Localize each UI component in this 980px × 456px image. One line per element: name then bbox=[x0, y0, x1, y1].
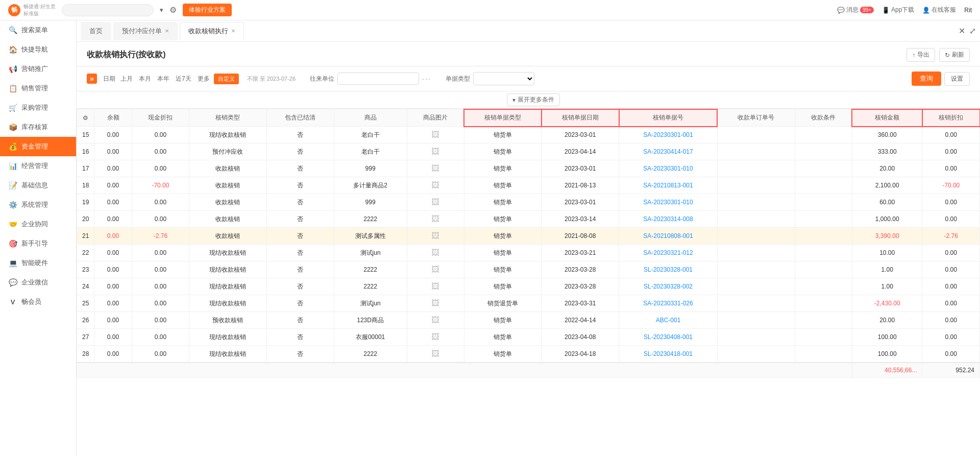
cell-doc-no[interactable]: SA-20230331-026 bbox=[619, 295, 718, 312]
sidebar-item-hardware[interactable]: 💻 智能硬件 bbox=[0, 253, 76, 273]
cell-doc-no-link[interactable]: SA-20230321-012 bbox=[643, 249, 693, 256]
tab-verify[interactable]: 收款核销执行 ✕ bbox=[180, 22, 244, 40]
sidebar-item-search[interactable]: 🔍 搜索菜单 bbox=[0, 20, 76, 40]
tab-verify-close[interactable]: ✕ bbox=[231, 28, 235, 34]
sidebar-item-inventory[interactable]: 📦 库存核算 bbox=[0, 117, 76, 137]
tab-home[interactable]: 首页 bbox=[81, 22, 111, 40]
cell-cash-discount: 0.00 bbox=[132, 261, 189, 278]
cell-doc-no[interactable]: SL-20230408-001 bbox=[619, 329, 718, 346]
app-download-link[interactable]: 📱 App下载 bbox=[882, 6, 914, 14]
purchase-icon: 🛒 bbox=[8, 103, 17, 112]
tab-prepay-close[interactable]: ✕ bbox=[165, 28, 169, 34]
sidebar-item-member[interactable]: V 畅会员 bbox=[0, 292, 76, 311]
expand-icon-button[interactable]: » bbox=[87, 74, 97, 84]
search-input[interactable] bbox=[62, 4, 154, 16]
cell-id: 24 bbox=[77, 278, 94, 295]
cell-doc-no-link[interactable]: SA-20230414-017 bbox=[643, 148, 693, 155]
sidebar-item-operations[interactable]: 📊 经营管理 bbox=[0, 156, 76, 176]
cell-included-settled: 否 bbox=[266, 329, 334, 346]
sidebar-item-quick-nav[interactable]: 🏠 快捷导航 bbox=[0, 40, 76, 59]
table-row: 260.000.00预收款核销否123D商品🖼销货单2022-04-14ABC-… bbox=[77, 312, 980, 329]
date-link-this-year[interactable]: 本年 bbox=[155, 74, 172, 84]
cell-doc-no-link[interactable]: SL-20230328-002 bbox=[644, 283, 693, 290]
cell-doc-no-link[interactable]: SL-20230418-001 bbox=[644, 350, 693, 357]
query-button[interactable]: 查询 bbox=[912, 71, 941, 86]
cell-doc-no[interactable]: SA-20230414-017 bbox=[619, 143, 718, 160]
cell-product: 2222 bbox=[334, 278, 407, 295]
sidebar-item-finance[interactable]: 💰 资金管理 bbox=[0, 137, 76, 156]
table-container[interactable]: ⚙ 余额 现金折扣 核销类型 包含已结清 商品 商品图片 核销单据类型 核销单据… bbox=[77, 109, 980, 456]
sidebar-label-search: 搜索菜单 bbox=[21, 26, 48, 35]
messages-icon[interactable]: 💬 消息 99+ bbox=[837, 6, 874, 14]
sidebar-item-base-info[interactable]: 📝 基础信息 bbox=[0, 176, 76, 195]
industry-solution-button[interactable]: 体验行业方案 bbox=[183, 4, 232, 16]
cell-doc-no[interactable]: SA-20230301-010 bbox=[619, 194, 718, 211]
sidebar-item-marketing[interactable]: 📢 营销推广 bbox=[0, 59, 76, 79]
cell-doc-no[interactable]: ABC-001 bbox=[619, 312, 718, 329]
date-link-7days[interactable]: 近7天 bbox=[174, 74, 193, 84]
cell-doc-no[interactable]: SA-20210813-001 bbox=[619, 177, 718, 194]
expand-more-button[interactable]: ▾ 展开更多条件 bbox=[507, 93, 560, 106]
col-included-settled: 包含已结清 bbox=[266, 109, 334, 127]
cell-doc-no-link[interactable]: SL-20230408-001 bbox=[644, 333, 693, 341]
brand-name: 畅捷通·好生意 标准版 bbox=[23, 3, 56, 17]
cell-product: 测试jun bbox=[334, 295, 407, 312]
cell-doc-no-link[interactable]: SL-20230328-001 bbox=[644, 266, 693, 273]
sidebar-item-sales[interactable]: 📋 销售管理 bbox=[0, 79, 76, 98]
table-body: 150.000.00现结收款核销否老白干🖼销货单2023-03-01SA-202… bbox=[77, 127, 980, 363]
tab-home-label: 首页 bbox=[89, 27, 103, 36]
cell-condition bbox=[795, 329, 852, 346]
table-row: 230.000.00现结收款核销否2222🖼销货单2023-03-28SL-20… bbox=[77, 261, 980, 278]
cell-doc-no-link[interactable]: SA-20230331-026 bbox=[643, 300, 693, 307]
cell-doc-no-link[interactable]: SA-20230301-010 bbox=[643, 165, 693, 172]
cell-doc-no[interactable]: SA-20230301-001 bbox=[619, 127, 718, 143]
cell-balance: 0.00 bbox=[94, 245, 132, 261]
cell-doc-no-link[interactable]: ABC-001 bbox=[656, 317, 681, 324]
date-link-last-month[interactable]: 上月 bbox=[118, 74, 135, 84]
cell-doc-no-link[interactable]: SA-20210813-001 bbox=[643, 182, 693, 189]
cell-balance: 0.00 bbox=[94, 143, 132, 160]
cell-doc-no[interactable]: SA-20230321-012 bbox=[619, 245, 718, 261]
dropdown-chevron-button[interactable]: ▾ bbox=[160, 6, 163, 14]
from-unit-input[interactable] bbox=[337, 73, 419, 85]
table-row: 160.000.00预付冲应收否老白干🖼销货单2023-04-14SA-2023… bbox=[77, 143, 980, 160]
cell-product: 衣服00001 bbox=[334, 329, 407, 346]
finance-icon: 💰 bbox=[8, 142, 17, 151]
col-settings[interactable]: ⚙ bbox=[77, 109, 94, 127]
data-table: ⚙ 余额 现金折扣 核销类型 包含已结清 商品 商品图片 核销单据类型 核销单据… bbox=[77, 109, 980, 378]
date-link-this-month[interactable]: 本月 bbox=[137, 74, 153, 84]
sidebar-label-purchase: 采购管理 bbox=[21, 103, 48, 112]
cell-doc-no[interactable]: SA-20230301-010 bbox=[619, 160, 718, 177]
sidebar: 🔍 搜索菜单 🏠 快捷导航 📢 营销推广 📋 销售管理 🛒 采购管理 📦 库存核… bbox=[0, 20, 77, 456]
sidebar-item-guide[interactable]: 🎯 新手引导 bbox=[0, 234, 76, 253]
sidebar-item-system[interactable]: ⚙️ 系统管理 bbox=[0, 195, 76, 214]
export-button[interactable]: ↑ 导出 bbox=[906, 48, 935, 62]
cell-doc-type: 销货单 bbox=[464, 312, 542, 329]
tab-restore-button[interactable]: ⤢ bbox=[969, 26, 976, 36]
settings-gear-button[interactable]: ⚙ bbox=[169, 5, 177, 15]
cell-doc-no-link[interactable]: SA-20230301-001 bbox=[643, 131, 693, 138]
refresh-button[interactable]: ↻ 刷新 bbox=[939, 48, 970, 62]
sidebar-item-purchase[interactable]: 🛒 采购管理 bbox=[0, 98, 76, 117]
cell-doc-no[interactable]: SL-20230328-001 bbox=[619, 261, 718, 278]
online-service-link[interactable]: 👤 在线客服 bbox=[922, 6, 956, 14]
tab-close-all-button[interactable]: ✕ bbox=[959, 26, 965, 36]
voucher-type-select[interactable] bbox=[473, 72, 534, 85]
custom-date-button[interactable]: 自定义 bbox=[214, 74, 239, 84]
cell-doc-no-link[interactable]: SA-20230301-010 bbox=[643, 199, 693, 206]
cell-doc-no-link[interactable]: SA-20230314-008 bbox=[643, 215, 693, 223]
cell-balance: 0.00 bbox=[94, 278, 132, 295]
cell-amount: 20.00 bbox=[852, 160, 922, 177]
tab-prepay[interactable]: 预付冲应付单 ✕ bbox=[113, 22, 178, 40]
sidebar-item-wechat[interactable]: 💬 企业微信 bbox=[0, 273, 76, 292]
date-range-display: 不限 至 2023-07-26 bbox=[247, 75, 296, 83]
sidebar-item-collab[interactable]: 🤝 企业协同 bbox=[0, 214, 76, 234]
cell-doc-no-link[interactable]: SA-20210808-001 bbox=[643, 232, 693, 239]
date-link-more[interactable]: 更多 bbox=[195, 74, 212, 84]
cell-doc-no[interactable]: SL-20230328-002 bbox=[619, 278, 718, 295]
cell-doc-no[interactable]: SA-20210808-001 bbox=[619, 228, 718, 245]
filter-setting-button[interactable]: 设置 bbox=[944, 72, 970, 86]
cell-doc-no[interactable]: SA-20230314-008 bbox=[619, 211, 718, 228]
cell-product: 多计量商品2 bbox=[334, 177, 407, 194]
cell-doc-no[interactable]: SL-20230418-001 bbox=[619, 346, 718, 363]
